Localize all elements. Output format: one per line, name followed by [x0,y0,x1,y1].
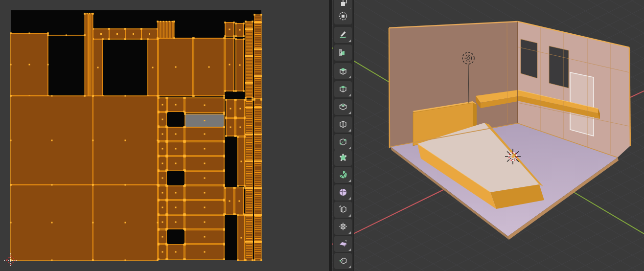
3d-viewport[interactable] [332,0,644,271]
blender-window [0,0,644,271]
subtool-corner-icon [348,94,351,96]
viewport-toolbar [333,0,354,271]
subtool-corner-icon [348,214,351,217]
subtool-corner-icon [348,147,351,149]
subtool-corner-icon [348,248,351,251]
add-cube-tool-icon [338,66,348,76]
annotate-tool[interactable] [334,27,352,43]
subtool-corner-icon [348,231,351,234]
edge-slide-tool[interactable] [334,202,352,218]
shear-tool[interactable] [334,236,352,252]
knife-tool-icon [338,137,348,147]
uv-canvas[interactable] [0,0,329,271]
editor-divider[interactable] [329,0,332,271]
smooth-tool-icon [338,187,348,197]
annotate-tool-icon [338,30,348,40]
inset-faces-tool[interactable] [334,99,352,115]
add-cube-tool[interactable] [334,63,352,79]
subtool-corner-icon [348,180,351,182]
wall-trim [389,28,390,148]
measure-tool[interactable] [334,45,352,61]
shear-tool-icon [338,239,348,248]
spin-tool-icon [338,170,348,180]
measure-tool-icon [338,47,348,57]
window-right[interactable] [549,46,569,88]
window-left[interactable] [521,39,537,78]
extrude-region-tool-icon [338,84,348,94]
inset-faces-tool-icon [338,102,348,112]
subtool-corner-icon [348,112,351,114]
loop-cut-tool-icon [338,119,348,129]
poly-build-tool[interactable] [334,150,352,166]
subtool-corner-icon [348,129,351,132]
smooth-tool[interactable] [334,184,352,201]
subtool-corner-icon [348,266,351,268]
loop-cut-tool[interactable] [334,116,352,133]
edge-slide-tool-icon [338,204,348,214]
rip-region-tool[interactable] [334,253,352,269]
rip-region-tool-icon [338,256,348,266]
shrink-fatten-tool[interactable] [334,219,352,235]
transform-tool-icon [338,11,348,21]
subtool-corner-icon [348,76,351,78]
scale-tool-icon [338,0,348,8]
3d-scene [332,0,644,271]
uv-editor-panel[interactable] [0,0,329,271]
shrink-fatten-tool-icon [338,222,348,231]
transform-tool[interactable] [334,8,352,24]
extrude-region-tool[interactable] [334,81,352,97]
spin-tool[interactable] [334,167,352,183]
poly-build-tool-icon [338,153,348,162]
subtool-corner-icon [348,40,351,42]
subtool-corner-icon [348,197,351,200]
knife-tool[interactable] [334,134,352,150]
